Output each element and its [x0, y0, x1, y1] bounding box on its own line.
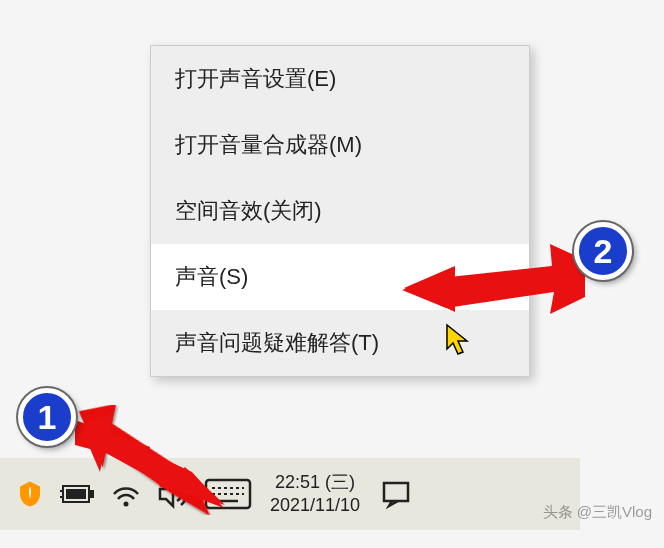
- annotation-badge-1: 1: [18, 388, 76, 446]
- watermark: 头条 @三凯Vlog: [543, 503, 652, 522]
- notifications-icon[interactable]: [376, 474, 416, 514]
- menu-item-spatial-sound[interactable]: 空间音效(关闭): [151, 178, 529, 244]
- taskbar-clock[interactable]: 22:51 (三) 2021/11/10: [262, 471, 368, 518]
- clock-date: 2021/11/10: [270, 494, 360, 517]
- menu-item-open-volume-mixer[interactable]: 打开音量合成器(M): [151, 112, 529, 178]
- badge-2-number: 2: [594, 232, 613, 271]
- annotation-arrow-2: [400, 242, 590, 322]
- svg-marker-15: [404, 266, 455, 312]
- security-icon[interactable]: [10, 474, 50, 514]
- svg-marker-13: [80, 412, 224, 508]
- cursor-icon: [445, 323, 471, 357]
- svg-rect-8: [384, 483, 408, 501]
- menu-item-open-sound-settings[interactable]: 打开声音设置(E): [151, 46, 529, 112]
- annotation-badge-2: 2: [574, 222, 632, 280]
- sound-context-menu: 打开声音设置(E) 打开音量合成器(M) 空间音效(关闭) 声音(S) 声音问题…: [150, 45, 530, 377]
- annotation-arrow-1b: [52, 400, 227, 515]
- clock-time: 22:51 (三): [275, 471, 355, 494]
- badge-1-number: 1: [38, 398, 57, 437]
